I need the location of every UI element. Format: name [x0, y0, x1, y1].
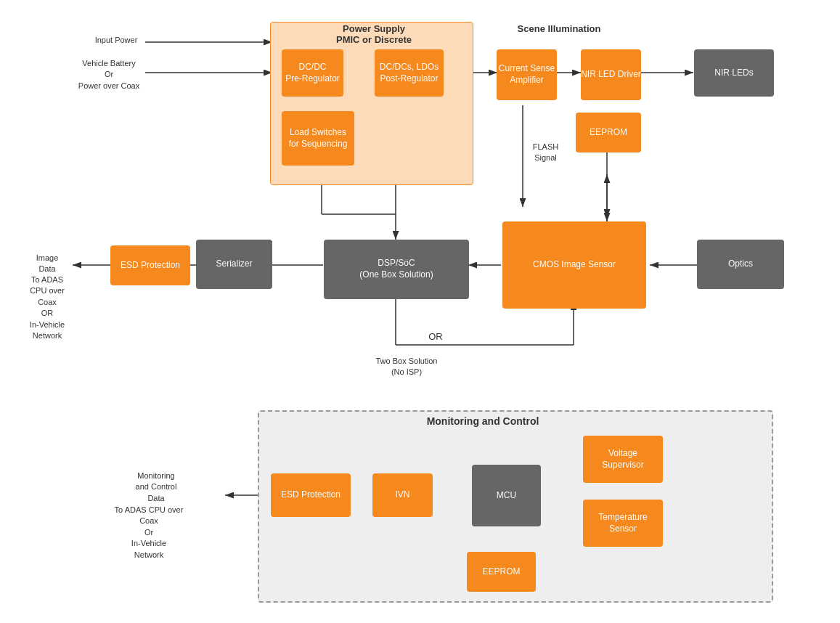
esd-protection-bottom-block: ESD Protection — [271, 473, 351, 517]
dsp-soc-block: DSP/SoC (One Box Solution) — [324, 240, 469, 299]
nir-led-driver-block: NIR LED Driver — [581, 49, 641, 100]
eeprom-bottom-block: EEPROM — [467, 552, 536, 592]
vehicle-battery-label: Vehicle Battery Or Power over Coax — [73, 58, 145, 91]
temperature-sensor-block: Temperature Sensor — [583, 500, 663, 547]
to-adas-bottom-label: To ADAS CPU over Coax Or In-Vehicle Netw… — [102, 505, 196, 561]
two-box-solution-label: Two Box Solution (No ISP) — [356, 356, 457, 378]
scene-illumination-label: Scene Illumination — [486, 23, 632, 34]
load-switches-block: Load Switches for Sequencing — [282, 111, 354, 166]
dc-dc-pre-reg-block: DC/DC Pre-Regulator — [282, 49, 343, 97]
cmos-image-sensor-block: CMOS Image Sensor — [502, 221, 646, 309]
mcu-block: MCU — [472, 465, 541, 526]
or-label: OR — [421, 330, 450, 343]
power-supply-label: Power Supply PMIC or Discrete — [305, 23, 443, 45]
optics-block: Optics — [697, 240, 784, 289]
dc-dcs-ldos-block: DC/DCs, LDOs Post-Regulator — [375, 49, 444, 97]
nir-leds-block: NIR LEDs — [694, 49, 774, 97]
monitoring-control-label: Monitoring and Control — [348, 415, 617, 427]
input-power-label: Input Power — [87, 35, 145, 46]
current-sense-amp-block: Current Sense Amplifier — [497, 49, 557, 100]
serializer-block: Serializer — [196, 240, 272, 289]
voltage-supervisor-block: Voltage Supervisor — [583, 436, 663, 483]
flash-signal-label: FLASH Signal — [526, 142, 566, 164]
monitoring-data-label: Monitoring and Control Data — [113, 471, 200, 504]
diagram-container: Input Power Vehicle Battery Or Power ove… — [0, 0, 840, 623]
ivn-block: IVN — [372, 473, 433, 517]
eeprom-top-block: EEPROM — [576, 113, 641, 152]
to-adas-top-label: To ADAS CPU over Coax OR In-Vehicle Netw… — [11, 274, 83, 341]
image-data-label: Image Data — [22, 253, 73, 275]
esd-protection-top-block: ESD Protection — [110, 245, 190, 285]
